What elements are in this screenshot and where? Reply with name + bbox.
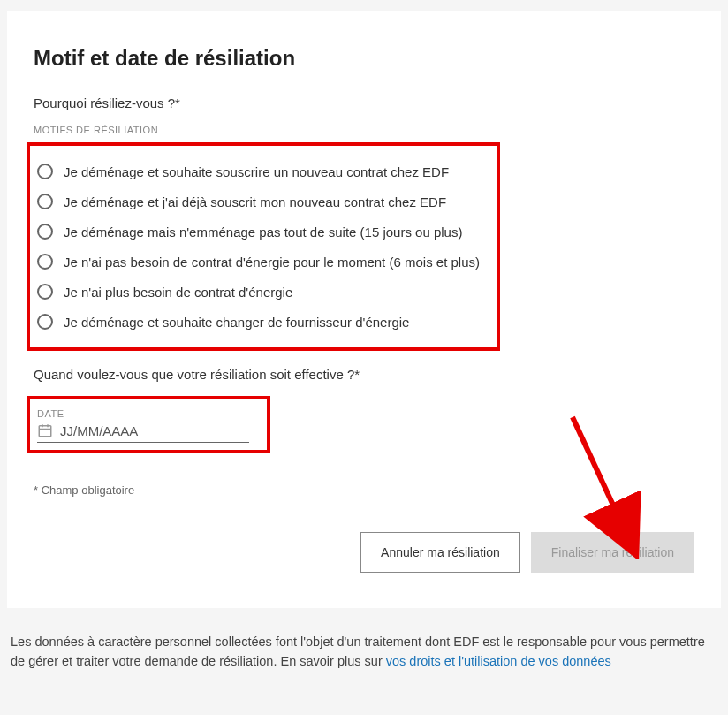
page-title: Motif et date de résiliation <box>34 46 694 71</box>
date-highlight: DATE <box>27 396 270 453</box>
privacy-footer: Les données à caractère personnel collec… <box>0 608 728 689</box>
finalize-button[interactable]: Finaliser ma résiliation <box>531 532 694 573</box>
date-label: DATE <box>37 408 260 419</box>
radio-option[interactable]: Je n'ai plus besoin de contrat d'énergie <box>37 277 489 307</box>
radio-icon <box>37 224 53 240</box>
date-field: DATE <box>37 408 260 443</box>
radio-option[interactable]: Je déménage et j'ai déjà souscrit mon no… <box>37 186 489 217</box>
radio-icon <box>37 164 53 179</box>
required-note: * Champ obligatoire <box>34 483 694 497</box>
radio-icon <box>37 314 53 330</box>
question-date: Quand voulez-vous que votre résiliation … <box>34 367 694 382</box>
radio-option[interactable]: Je déménage mais n'emménage pas tout de … <box>37 217 489 247</box>
radio-label: Je n'ai plus besoin de contrat d'énergie <box>64 285 292 300</box>
button-row: Annuler ma résiliation Finaliser ma rési… <box>34 532 694 573</box>
date-input-row[interactable] <box>37 422 249 443</box>
radio-icon <box>37 194 53 209</box>
radio-option[interactable]: Je déménage et souhaite changer de fourn… <box>37 307 489 337</box>
cancel-button[interactable]: Annuler ma résiliation <box>360 532 520 573</box>
date-input[interactable] <box>60 423 249 438</box>
radio-label: Je déménage et souhaite souscrire un nou… <box>64 164 449 179</box>
radio-label: Je n'ai pas besoin de contrat d'énergie … <box>64 255 480 270</box>
svg-line-4 <box>573 417 626 532</box>
radio-label: Je déménage et j'ai déjà souscrit mon no… <box>64 194 446 209</box>
radio-icon <box>37 284 53 300</box>
privacy-link[interactable]: vos droits et l'utilisation de vos donné… <box>386 654 611 668</box>
radio-icon <box>37 254 53 270</box>
svg-rect-0 <box>39 426 51 437</box>
form-card: Motif et date de résiliation Pourquoi ré… <box>7 11 721 608</box>
question-reason: Pourquoi résiliez-vous ?* <box>34 95 694 110</box>
radio-option[interactable]: Je n'ai pas besoin de contrat d'énergie … <box>37 247 489 277</box>
motifs-highlight: Je déménage et souhaite souscrire un nou… <box>27 142 500 351</box>
radio-label: Je déménage mais n'emménage pas tout de … <box>64 224 462 240</box>
calendar-icon <box>37 422 53 438</box>
radio-option[interactable]: Je déménage et souhaite souscrire un nou… <box>37 156 489 186</box>
motifs-label: MOTIFS DE RÉSILIATION <box>34 125 694 135</box>
radio-label: Je déménage et souhaite changer de fourn… <box>64 315 409 330</box>
